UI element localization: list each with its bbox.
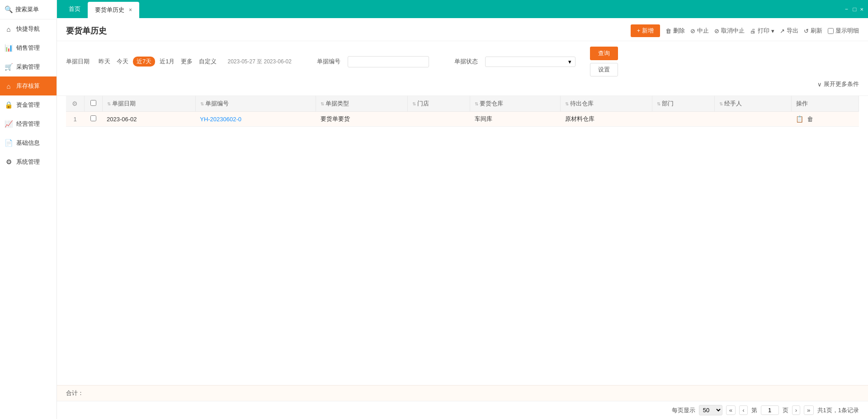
cart-icon: 🛒	[5, 63, 13, 71]
col-store[interactable]: 门店	[407, 96, 470, 112]
sidebar-item-basic[interactable]: 📄 基础信息	[0, 133, 57, 152]
date-btn-7days[interactable]: 近7天	[133, 57, 155, 67]
table-footer: 合计：	[57, 385, 868, 401]
tab-home-label: 首页	[69, 5, 80, 13]
cancel-stop-button[interactable]: ⊘ 取消中止	[714, 27, 745, 35]
bill-no-label: 单据编号	[317, 57, 340, 66]
prev-page-button[interactable]: ‹	[739, 405, 747, 415]
show-detail-checkbox[interactable]: 显示明细	[828, 27, 859, 35]
refresh-button[interactable]: ↺ 刷新	[804, 27, 822, 35]
col-pending-warehouse[interactable]: 待出仓库	[561, 96, 652, 112]
sidebar-item-sales[interactable]: 📊 销售管理	[0, 38, 57, 57]
sidebar-item-purchase[interactable]: 🛒 采购管理	[0, 57, 57, 76]
row-checkbox[interactable]	[90, 115, 96, 121]
row-delete-button[interactable]: 🗑	[807, 115, 813, 123]
new-button[interactable]: + 新增	[631, 24, 660, 37]
date-btn-1month[interactable]: 近1月	[158, 57, 176, 67]
show-detail-input[interactable]	[828, 28, 834, 34]
stop-label: 中止	[697, 27, 709, 35]
page-number-input[interactable]	[761, 405, 779, 415]
first-page-button[interactable]: «	[726, 405, 736, 415]
search-icon: 🔍	[5, 5, 13, 14]
bill-no-input[interactable]	[348, 56, 429, 67]
col-handler[interactable]: 经手人	[715, 96, 791, 112]
maximize-button[interactable]: □	[853, 6, 857, 13]
status-dropdown-icon: ▾	[568, 58, 571, 65]
topbar: 首页 要货单历史 × － □ ×	[57, 0, 868, 18]
col-settings: ⚙	[66, 96, 84, 112]
row-pending-warehouse: 原材料仓库	[561, 112, 652, 127]
col-date[interactable]: 单据日期	[102, 96, 195, 112]
delete-icon: 🗑	[665, 28, 671, 34]
col-department[interactable]: 部门	[652, 96, 715, 112]
export-label: 导出	[787, 27, 798, 35]
export-icon: ↗	[780, 28, 785, 34]
action-bar: + 新增 🗑 删除 ⊘ 中止 ⊘ 取消中止 🖨 打印 ▾	[631, 24, 859, 37]
expand-filter-button[interactable]: ∨ 展开更多条件	[817, 80, 859, 88]
column-settings-icon[interactable]: ⚙	[72, 100, 78, 107]
row-check	[84, 112, 102, 127]
tab-active[interactable]: 要货单历史 ×	[88, 2, 139, 18]
sidebar-search-label: 搜索菜单	[15, 5, 39, 14]
show-detail-label: 显示明细	[835, 27, 859, 35]
page-suffix: 页	[783, 406, 788, 414]
lock-icon: 🔒	[5, 101, 13, 109]
stop-button[interactable]: ⊘ 中止	[690, 27, 709, 35]
table-header-row: ⚙ 单据日期 单据编号 单据类型 门店 要货仓库 待出仓库 部门 经手人 操	[66, 96, 859, 112]
export-button[interactable]: ↗ 导出	[780, 27, 798, 35]
sidebar-item-label: 销售管理	[16, 44, 40, 52]
date-btn-yesterday[interactable]: 昨天	[97, 57, 112, 67]
data-table: ⚙ 单据日期 单据编号 单据类型 门店 要货仓库 待出仓库 部门 经手人 操	[66, 96, 859, 127]
bill-no-link[interactable]: YH-20230602-0	[200, 116, 241, 123]
sidebar-item-finance[interactable]: 🔒 资金管理	[0, 95, 57, 114]
sidebar: 🔍 搜索菜单 ⌂ 快捷导航 📊 销售管理 🛒 采购管理 ⌂ 库存核算 🔒 资金管…	[0, 0, 57, 419]
row-view-button[interactable]: 📋	[796, 115, 803, 123]
select-all-checkbox[interactable]	[90, 100, 96, 106]
page-header: 要货单历史 + 新增 🗑 删除 ⊘ 中止 ⊘ 取消中止 🖨 打印	[57, 18, 868, 41]
sidebar-item-inventory[interactable]: ⌂ 库存核算	[0, 76, 57, 95]
row-bill-type: 要货单要货	[316, 112, 408, 127]
row-department	[652, 112, 715, 127]
sidebar-item-operations[interactable]: 📈 经营管理	[0, 114, 57, 133]
doc-icon: 📄	[5, 139, 13, 147]
table-body: 1 2023-06-02 YH-20230602-0 要货单要货 车间库 原材料…	[66, 112, 859, 127]
summary-label: 合计：	[66, 389, 84, 397]
minimize-button[interactable]: －	[844, 5, 849, 13]
col-bill-no[interactable]: 单据编号	[195, 96, 316, 112]
settings-button[interactable]: 设置	[590, 63, 618, 76]
next-page-button[interactable]: ›	[792, 405, 800, 415]
query-button[interactable]: 查询	[590, 47, 618, 60]
home-icon: ⌂	[5, 25, 13, 33]
col-req-warehouse[interactable]: 要货仓库	[470, 96, 561, 112]
sidebar-item-quick-nav[interactable]: ⌂ 快捷导航	[0, 19, 57, 38]
col-bill-type[interactable]: 单据类型	[316, 96, 408, 112]
sidebar-item-label: 快捷导航	[16, 25, 40, 33]
date-btn-today[interactable]: 今天	[115, 57, 130, 67]
page-title: 要货单历史	[66, 25, 107, 36]
col-operation: 操作	[791, 96, 859, 112]
sidebar-search[interactable]: 🔍 搜索菜单	[0, 0, 57, 19]
delete-button[interactable]: 🗑 删除	[665, 27, 685, 35]
close-button[interactable]: ×	[860, 6, 863, 13]
filter-row-1: 单据日期 昨天 今天 近7天 近1月 更多 自定义 2023-05-27 至 2…	[66, 47, 859, 76]
tab-home[interactable]: 首页	[61, 0, 88, 18]
sidebar-item-system[interactable]: ⚙ 系统管理	[0, 152, 57, 171]
date-btn-custom[interactable]: 自定义	[197, 57, 218, 67]
date-btn-more[interactable]: 更多	[179, 57, 194, 67]
last-page-button[interactable]: »	[804, 405, 813, 415]
total-info: 共1页，1条记录	[817, 406, 859, 414]
date-filter-buttons: 昨天 今天 近7天 近1月 更多 自定义	[97, 57, 218, 67]
col-check	[84, 96, 102, 112]
refresh-label: 刷新	[811, 27, 822, 35]
filter-area: 单据日期 昨天 今天 近7天 近1月 更多 自定义 2023-05-27 至 2…	[57, 41, 868, 96]
status-select[interactable]: ▾	[485, 57, 576, 67]
main-area: 首页 要货单历史 × － □ × 要货单历史 + 新增 🗑 删除 ⊘	[57, 0, 868, 419]
row-num: 1	[66, 112, 84, 127]
print-button[interactable]: 🖨 打印 ▾	[750, 27, 774, 35]
sidebar-item-label: 经营管理	[16, 120, 40, 128]
expand-icon: ∨	[817, 81, 822, 88]
tab-close-icon[interactable]: ×	[129, 7, 132, 13]
cancel-stop-icon: ⊘	[714, 28, 719, 34]
row-store	[407, 112, 470, 127]
page-size-select[interactable]: 50 100 200	[699, 405, 722, 415]
